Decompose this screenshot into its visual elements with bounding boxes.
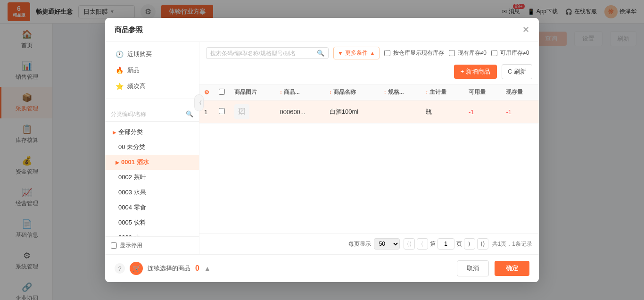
active-arrow-icon: ▶ (116, 160, 119, 165)
search-icon[interactable]: 🔍 (317, 50, 324, 57)
refresh-product-button[interactable]: C 刷新 (502, 64, 532, 79)
new-icon: 🔥 (116, 67, 124, 74)
category-liquor-label: 0001 酒水 (121, 158, 149, 167)
col-code-label: 商品... (284, 89, 300, 95)
category-tea[interactable]: 0002 茶叶 (105, 170, 199, 185)
col-code: ↕ 商品... (275, 84, 324, 100)
close-icon[interactable]: ✕ (522, 25, 529, 35)
product-search-input[interactable] (210, 50, 314, 57)
prev-page-btn[interactable]: ⟨ (417, 238, 428, 250)
category-liquor[interactable]: ▶ 0001 酒水 (105, 155, 199, 170)
row-unit: 瓶 (421, 100, 464, 124)
category-beverage[interactable]: 0005 饮料 (105, 215, 199, 230)
selected-count: 0 (195, 264, 199, 273)
page-suffix: 页 (456, 240, 462, 248)
filter-icon: ▼ (338, 50, 343, 57)
warehouse-stock-checkbox[interactable] (384, 50, 390, 56)
page-number-input[interactable] (438, 238, 454, 250)
product-search-box: 🔍 (206, 47, 329, 59)
category-water[interactable]: 0008 水 (105, 230, 199, 236)
nonzero-stock-label: 现有库存≠0 (458, 49, 487, 57)
modal-header: 商品参照 ✕ (105, 18, 539, 42)
row-name: 白酒100ml (325, 100, 380, 124)
cart-selected-text: 连续选择的商品 (148, 264, 190, 273)
high-frequency-tab[interactable]: ⭐ 频次高 (111, 79, 193, 94)
modal-footer: ? 🛒 连续选择的商品 0 ▲ 取消 确定 (105, 254, 539, 282)
filter-up-icon: ▲ (370, 50, 375, 57)
category-unclassified-label: 00 未分类 (118, 143, 145, 151)
filter-label: 更多条件 (345, 49, 368, 57)
show-disabled-label: 显示停用 (120, 242, 142, 250)
modal-body: 🕐 近期购买 🔥 新品 ⭐ 频次高 《 (105, 42, 539, 254)
modal-overlay: 商品参照 ✕ 🕐 近期购买 🔥 新品 ⭐ 频次高 (0, 0, 644, 300)
nonzero-stock-checkbox[interactable] (449, 50, 455, 56)
next-page-btn[interactable]: ⟩ (464, 238, 475, 250)
product-reference-modal: 商品参照 ✕ 🕐 近期购买 🔥 新品 ⭐ 频次高 (105, 18, 539, 282)
table-row[interactable]: 1 🖼 000600... 白酒100ml (199, 100, 539, 124)
row-stock: -1 (501, 100, 539, 124)
col-unit: ↕ 主计量 (421, 84, 464, 100)
add-product-button[interactable]: + 新增商品 (454, 65, 497, 79)
row-image: 🖼 (230, 100, 275, 124)
col-stock: 现存量 (501, 84, 539, 100)
row-available: -1 (464, 100, 501, 124)
modal-right-panel: 🔍 ▼ 更多条件 ▲ 按仓库显示现有库存 现有库存≠0 (199, 42, 539, 254)
category-snack-label: 0004 零食 (118, 203, 146, 212)
gear-col-icon[interactable]: ⚙ (204, 89, 209, 96)
per-page-select: 每页显示 10 20 50 100 (348, 238, 400, 250)
new-products-tab[interactable]: 🔥 新品 (111, 63, 193, 78)
warehouse-stock-label: 按仓库显示现有库存 (393, 49, 444, 57)
col-name: ↕ 商品名称 (325, 84, 380, 100)
show-disabled-checkbox[interactable] (111, 242, 117, 249)
nonzero-stock-checkbox-group: 现有库存≠0 (449, 49, 487, 57)
last-page-btn[interactable]: ⟩⟩ (477, 238, 488, 250)
col-spec-label: 规格... (388, 89, 404, 95)
collapse-panel-btn[interactable]: 《 (194, 94, 204, 111)
help-icon[interactable]: ? (115, 263, 125, 274)
col-image-label: 商品图片 (234, 89, 257, 95)
product-table: ⚙ 商品图片 ↕ 商品... (199, 84, 539, 233)
category-list: ▶ 全部分类 00 未分类 ▶ 0001 酒水 0002 茶叶 0003 水果 (105, 122, 199, 236)
col-unit-label: 主计量 (429, 89, 446, 95)
category-beverage-label: 0005 饮料 (118, 218, 146, 227)
page-navigation: ⟨⟨ ⟨ 第 页 ⟩ ⟩⟩ (404, 238, 488, 250)
category-tea-label: 0002 茶叶 (118, 173, 146, 182)
product-image: 🖼 (234, 104, 249, 119)
modal-title: 商品参照 (115, 25, 143, 34)
row-spec (379, 100, 421, 124)
modal-toolbar: 🔍 ▼ 更多条件 ▲ 按仓库显示现有库存 现有库存≠0 (199, 42, 539, 84)
per-page-dropdown[interactable]: 10 20 50 100 (374, 238, 400, 250)
collapse-footer-icon[interactable]: ▲ (204, 265, 211, 272)
category-search-icon[interactable]: 🔍 (186, 110, 193, 117)
page-word: 第 (430, 240, 436, 248)
confirm-button[interactable]: 确定 (495, 261, 529, 276)
available-stock-checkbox[interactable] (491, 50, 497, 56)
select-all-checkbox[interactable] (219, 89, 225, 95)
category-fruit-label: 0003 水果 (118, 188, 146, 197)
category-all-label: 全部分类 (118, 128, 143, 136)
category-all[interactable]: ▶ 全部分类 (105, 125, 199, 140)
cart-icon[interactable]: 🛒 (130, 262, 143, 275)
category-fruit[interactable]: 0003 水果 (105, 185, 199, 200)
high-frequency-label: 频次高 (127, 82, 146, 91)
clock-icon: 🕐 (116, 50, 124, 58)
col-spec: ↕ 规格... (379, 84, 421, 100)
recent-purchases-tab[interactable]: 🕐 近期购买 (111, 47, 193, 62)
new-products-label: 新品 (127, 66, 140, 75)
cancel-button[interactable]: 取消 (457, 260, 489, 276)
available-stock-checkbox-group: 可用库存≠0 (491, 49, 529, 57)
show-disabled-area: 显示停用 (105, 236, 199, 254)
filter-button[interactable]: ▼ 更多条件 ▲ (333, 47, 380, 59)
first-page-btn[interactable]: ⟨⟨ (404, 238, 415, 250)
category-snack[interactable]: 0004 零食 (105, 200, 199, 215)
footer-left: ? 🛒 连续选择的商品 0 ▲ (115, 262, 451, 275)
row-select-checkbox[interactable] (219, 108, 225, 114)
category-search-input[interactable] (111, 111, 183, 117)
col-available-label: 可用量 (469, 89, 486, 95)
category-unclassified[interactable]: 00 未分类 (105, 140, 199, 155)
pagination: 每页显示 10 20 50 100 ⟨⟨ ⟨ 第 页 (199, 233, 539, 254)
recent-purchases-label: 近期购买 (127, 50, 152, 58)
col-name-label: 商品名称 (333, 89, 356, 95)
category-search-area: 🔍 (105, 107, 199, 122)
row-code: 000600... (275, 100, 324, 124)
